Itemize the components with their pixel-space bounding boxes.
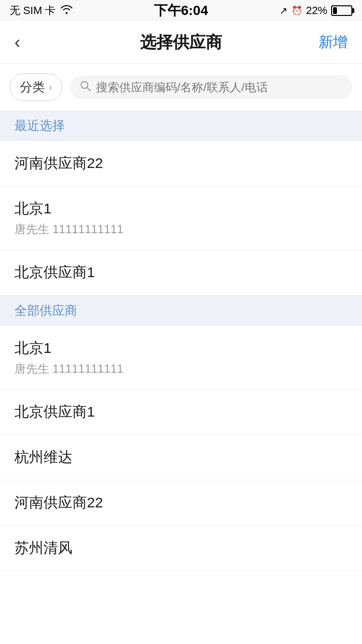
item-contact: 唐先生 11111111111 (14, 222, 348, 237)
item-name: 河南供应商22 (14, 493, 348, 513)
add-button[interactable]: 新增 (319, 32, 348, 52)
svg-line-1 (87, 87, 90, 91)
battery-pct: 22% (306, 4, 327, 17)
status-right: ↗ ⏰ 22% (279, 4, 352, 17)
nav-title: 选择供应商 (140, 31, 222, 54)
item-name: 北京1 (14, 338, 348, 358)
status-time: 下午6:04 (154, 1, 208, 20)
recent-list: 河南供应商22 北京1 唐先生 11111111111 北京供应商1 (0, 141, 362, 295)
all-section-header: 全部供应商 (0, 295, 362, 326)
status-bar: 无 SIM 卡 下午6:04 ↗ ⏰ 22% (0, 0, 362, 21)
list-item[interactable]: 北京供应商1 (0, 390, 362, 435)
search-input[interactable] (96, 81, 343, 94)
search-icon (80, 80, 91, 95)
item-name: 北京供应商1 (14, 263, 348, 282)
category-button[interactable]: 分类 › (10, 73, 62, 101)
list-item[interactable]: 河南供应商22 (0, 480, 362, 526)
item-contact: 唐先生 11111111111 (14, 361, 348, 377)
item-name: 苏州清风 (14, 538, 348, 558)
list-item[interactable]: 北京1 唐先生 11111111111 (0, 186, 362, 250)
battery-icon (331, 5, 352, 16)
recent-section-header: 最近选择 (0, 111, 362, 141)
item-name: 北京1 (14, 199, 348, 219)
category-label: 分类 (20, 79, 45, 96)
list-item[interactable]: 北京供应商1 (0, 250, 362, 295)
search-bar: 分类 › (0, 64, 362, 111)
nav-bar: ‹ 选择供应商 新增 (0, 21, 362, 64)
status-carrier: 无 SIM 卡 (10, 3, 73, 18)
wifi-icon (60, 4, 73, 17)
item-name: 杭州维达 (14, 448, 348, 467)
chevron-right-icon: › (49, 82, 52, 93)
alarm-icon: ⏰ (292, 5, 302, 16)
item-name: 河南供应商22 (14, 154, 348, 173)
back-button[interactable]: ‹ (14, 32, 43, 53)
list-item[interactable]: 河南供应商22 (0, 141, 362, 186)
list-item[interactable]: 苏州清风 (0, 526, 362, 571)
list-item[interactable]: 北京1 唐先生 11111111111 (0, 326, 362, 390)
location-icon: ↗ (279, 5, 288, 16)
search-input-wrap[interactable] (70, 75, 352, 99)
all-list: 北京1 唐先生 11111111111 北京供应商1杭州维达河南供应商22苏州清… (0, 326, 362, 571)
list-item[interactable]: 杭州维达 (0, 435, 362, 480)
item-name: 北京供应商1 (14, 402, 348, 422)
